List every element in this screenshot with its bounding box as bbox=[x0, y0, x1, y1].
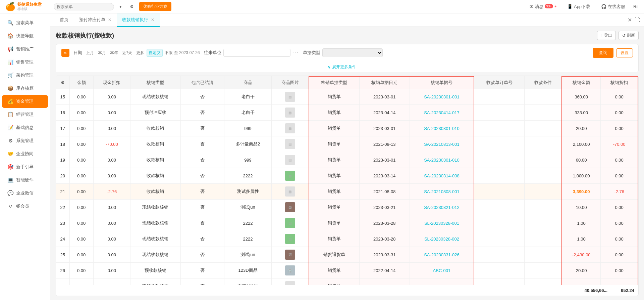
cell-writeoff-number: SL-20230408-001 bbox=[410, 278, 474, 285]
writeoff-number-link[interactable]: SA-20230314-008 bbox=[424, 173, 460, 178]
th-writeoff-type: 核销类型 bbox=[130, 76, 181, 89]
table-row: 24 0.00 0.00 现结收款核销 否 2222 ▤ 销货单 2023-03… bbox=[56, 231, 638, 247]
tab-collection[interactable]: 收款核销执行✕ bbox=[117, 13, 160, 27]
cell-writeoff-number: SA-20210813-001 bbox=[410, 136, 474, 152]
cell-writeoff-discount: 0.00 bbox=[601, 263, 638, 278]
query-btn[interactable]: 查询 bbox=[593, 48, 613, 58]
sidebar-item-system[interactable]: ⚙系统管理 bbox=[2, 134, 48, 147]
cell-collection-order bbox=[474, 121, 525, 136]
sidebar-item-wechat[interactable]: 💬企业微信 bbox=[2, 187, 48, 200]
sidebar-item-inventory[interactable]: 📦库存核算 bbox=[2, 82, 48, 95]
online-service-btn[interactable]: 🎧 在线客服 bbox=[598, 2, 628, 11]
sidebar-item-purchase[interactable]: 🛒采购管理 bbox=[2, 69, 48, 82]
this-year-btn[interactable]: 本年 bbox=[108, 49, 120, 57]
cell-row-num: 22 bbox=[56, 200, 69, 215]
logo: 🍊 畅捷通好生意 标准版 bbox=[5, 2, 46, 11]
cell-product: 测试多属性 bbox=[224, 184, 271, 200]
sidebar-label-quick-nav: 快捷导航 bbox=[16, 33, 34, 39]
table-scroll[interactable]: ⚙ 余额 现金折扣 核销类型 包含已结清 商品 商品图片 核销单据类型 核销单据… bbox=[56, 76, 638, 285]
last-7-days-btn[interactable]: 近7天 bbox=[120, 49, 134, 57]
writeoff-number-link[interactable]: SA-20230301-010 bbox=[424, 126, 460, 131]
cell-writeoff-amount: 1.00 bbox=[562, 215, 601, 231]
sidebar-item-quick-nav[interactable]: 🏠快捷导航 bbox=[2, 30, 48, 42]
tab-close-collection[interactable]: ✕ bbox=[151, 17, 154, 22]
writeoff-number-link[interactable]: SA-20230301-001 bbox=[424, 94, 460, 99]
cell-writeoff-type: 现结收款核销 bbox=[130, 278, 181, 285]
cell-writeoff-number: SA-20230301-001 bbox=[410, 89, 474, 105]
tab-home[interactable]: 首页 bbox=[54, 13, 74, 27]
cell-writeoff-number: SA-20210808-001 bbox=[410, 184, 474, 200]
cell-row-num: 18 bbox=[56, 136, 69, 152]
more-date-btn[interactable]: 更多 bbox=[135, 49, 146, 57]
sidebar-item-hardware[interactable]: 💻智能硬件 bbox=[2, 174, 48, 186]
this-month-btn[interactable]: 本月 bbox=[96, 49, 108, 57]
writeoff-number-link[interactable]: SA-20230301-010 bbox=[424, 158, 460, 163]
cell-writeoff-voucher-type: 销货单 bbox=[309, 278, 360, 285]
cell-writeoff-voucher-type: 销货单 bbox=[309, 200, 360, 215]
sidebar-item-operation[interactable]: 📋经营管理 bbox=[2, 108, 48, 121]
cell-product-img: ▤ bbox=[272, 231, 309, 247]
filter-toggle-btn[interactable]: » bbox=[61, 49, 69, 57]
cell-include-settled: 否 bbox=[180, 215, 224, 231]
notification-label: 消息 bbox=[535, 4, 543, 10]
writeoff-number-link[interactable]: SA-20230331-026 bbox=[424, 252, 460, 257]
cell-cash-discount: 0.00 bbox=[93, 121, 130, 136]
voucher-type-select[interactable] bbox=[322, 48, 383, 57]
filter-bar: » 日期 上月 本月 本年 近7天 更多 自定义 不限 至 2023-07-26… bbox=[56, 44, 639, 72]
custom-date-btn[interactable]: 自定义 bbox=[147, 49, 163, 57]
page-title-actions: ↑ 导出 ↺ 刷新 bbox=[597, 31, 639, 40]
cell-include-settled: 否 bbox=[180, 278, 224, 285]
cell-row-num: 25 bbox=[56, 247, 69, 263]
notification-btn[interactable]: ✉ 消息 99+ + bbox=[527, 2, 559, 11]
writeoff-number-link[interactable]: SL-20230328-002 bbox=[424, 237, 459, 242]
sidebar-item-search[interactable]: 🔍搜索菜单 bbox=[2, 16, 48, 29]
writeoff-number-link[interactable]: SA-20230321-012 bbox=[424, 205, 460, 210]
tab-prepay[interactable]: 预付冲应付单✕ bbox=[74, 13, 117, 27]
sidebar-item-finance[interactable]: 💰资金管理 bbox=[2, 95, 48, 108]
sidebar-item-enterprise[interactable]: 🤝企业协同 bbox=[2, 147, 48, 160]
cell-product: 测试jun bbox=[224, 247, 271, 263]
expand-conditions-btn[interactable]: ∨ 展开更多条件 bbox=[56, 62, 628, 72]
th-settings[interactable]: ⚙ bbox=[56, 76, 69, 89]
table-header-row: ⚙ 余额 现金折扣 核销类型 包含已结清 商品 商品图片 核销单据类型 核销单据… bbox=[56, 76, 638, 89]
partner-input[interactable] bbox=[223, 49, 290, 57]
sidebar-item-sales[interactable]: 📊销售管理 bbox=[2, 56, 48, 69]
cell-writeoff-type: 收款核销 bbox=[130, 184, 181, 200]
cell-writeoff-type: 现结收款核销 bbox=[130, 231, 181, 247]
cell-writeoff-voucher-type: 销货单 bbox=[309, 105, 360, 121]
partner-dots[interactable]: ··· bbox=[292, 50, 299, 56]
tab-maximize-btn[interactable]: ⛶ bbox=[635, 17, 640, 23]
table-row: 21 0.00 -2.76 收款核销 否 测试多属性 ▤ 销货单 2021-08… bbox=[56, 184, 638, 200]
writeoff-number-link[interactable]: SA-20210813-001 bbox=[424, 142, 460, 147]
cell-product-img: 🏢 bbox=[272, 263, 309, 278]
writeoff-number-link[interactable]: SA-20230414-017 bbox=[424, 110, 460, 115]
tab-close-prepay[interactable]: ✕ bbox=[108, 17, 111, 22]
cell-writeoff-discount: 0.00 bbox=[601, 231, 638, 247]
table-row: 22 0.00 0.00 现结收款核销 否 测试jun 🖼 销货单 2023-0… bbox=[56, 200, 638, 215]
last-month-btn[interactable]: 上月 bbox=[84, 49, 96, 57]
export-btn[interactable]: ↑ 导出 bbox=[597, 31, 616, 40]
sidebar-item-guide[interactable]: 🎯新手引导 bbox=[2, 161, 48, 173]
refresh-btn[interactable]: ↺ 刷新 bbox=[619, 31, 639, 40]
app-download-btn[interactable]: 📱 App下载 bbox=[565, 2, 593, 11]
cell-product-img: ▤ bbox=[272, 89, 309, 105]
cell-writeoff-number: SA-20230301-010 bbox=[410, 121, 474, 136]
writeoff-number-link[interactable]: SA-20210808-001 bbox=[424, 189, 460, 194]
dropdown-btn[interactable]: ▾ bbox=[117, 3, 124, 10]
sidebar-label-finance: 资金管理 bbox=[16, 98, 34, 104]
cell-writeoff-voucher-type: 销货单 bbox=[309, 136, 360, 152]
total-amount-item: 40,556,66... bbox=[585, 288, 608, 293]
settings-icon-btn[interactable]: ⚙ bbox=[127, 3, 137, 10]
table-row: 25 0.00 0.00 现结收款核销 否 测试jun 🖼 销货退货单 2023… bbox=[56, 247, 638, 263]
top-search-input[interactable] bbox=[54, 3, 114, 10]
cell-writeoff-type: 现结收款核销 bbox=[130, 89, 181, 105]
sidebar-item-basic[interactable]: 📝基础信息 bbox=[2, 121, 48, 134]
industry-btn[interactable]: 休验行业方案 bbox=[139, 2, 171, 11]
writeoff-number-link[interactable]: ABC-001 bbox=[433, 268, 451, 273]
sidebar-item-member[interactable]: V畅会员 bbox=[2, 200, 48, 213]
filter-settings-btn[interactable]: 设置 bbox=[616, 48, 633, 57]
cell-product: 测试jun bbox=[224, 200, 271, 215]
sidebar-item-marketing[interactable]: 📢营销推广 bbox=[2, 43, 48, 55]
writeoff-number-link[interactable]: SL-20230328-001 bbox=[424, 221, 459, 226]
tab-close-all-btn[interactable]: ✕ bbox=[628, 17, 632, 23]
